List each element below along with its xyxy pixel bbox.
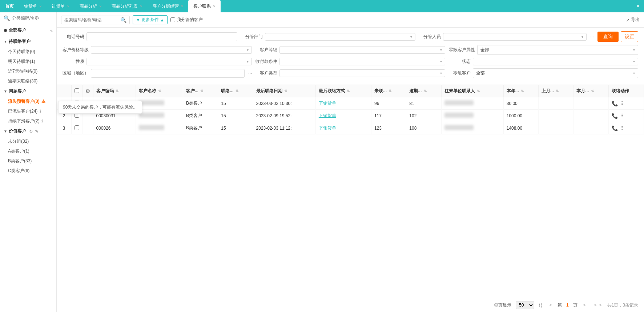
row-checkbox[interactable]	[75, 125, 79, 130]
action-more-icon[interactable]: ⠿	[620, 125, 624, 131]
sort-way-icon[interactable]: ⇅	[347, 89, 350, 93]
th-settings[interactable]: ⚙	[82, 85, 93, 97]
filter-customer-grade: 客户等级 ▾	[255, 46, 445, 54]
tab-goods-analysis-list[interactable]: 商品分析列表 ×	[106, 0, 147, 12]
sort-last-month-icon[interactable]: ⇅	[556, 89, 559, 93]
filter-price-grade-select[interactable]: ▾	[91, 46, 252, 54]
my-customers-checkbox[interactable]	[170, 17, 175, 22]
sort-not-contacted-icon[interactable]: ⇅	[389, 89, 391, 93]
export-btn[interactable]: ↗ 导出	[626, 17, 640, 23]
sidebar-item-churned[interactable]: 已流失客户(24) ℹ	[0, 106, 56, 116]
sidebar-item-ungrouped[interactable]: 未分组(32)	[0, 137, 56, 146]
filter-row-4: 区域（地区） ··· 客户类型 ▾ 零散客户 全部 ▾	[63, 68, 638, 78]
tab-goods-analysis-list-label: 商品分析列表	[112, 3, 138, 9]
tab-customer-segment-close[interactable]: ×	[181, 4, 183, 8]
sidebar-all-customers[interactable]: ⊞ 全部客户 «	[0, 24, 56, 36]
action-more-icon[interactable]: ⠿	[620, 113, 624, 119]
sort-date-icon[interactable]: ⇅	[284, 89, 287, 93]
more-conditions-btn[interactable]: ▼ 更多条件 ▲	[133, 15, 168, 24]
content-area: 🔍 ▼ 更多条件 ▲ 我分管的客户 ↗ 导出 电话号码	[57, 12, 644, 312]
query-btn[interactable]: 查询	[597, 32, 619, 42]
cell-last-contact-date: 2023-03-02 10:30:	[253, 97, 315, 110]
action-phone-icon[interactable]: 📞	[612, 125, 618, 131]
toolbar-search: 🔍	[61, 16, 130, 24]
filter-payment-terms-select[interactable]: ▾	[279, 58, 445, 65]
cell-last-contact-way[interactable]: 下销货单	[315, 122, 371, 134]
select-all-checkbox[interactable]	[75, 88, 79, 93]
cell-contact: 15	[218, 110, 253, 122]
contact-way-link[interactable]: 下销货单	[319, 113, 336, 118]
sort-contact-icon[interactable]: ⇅	[236, 89, 238, 93]
sidebar-group-problem[interactable]: ▼ 问题客户	[0, 86, 56, 97]
toolbar-search-btn[interactable]: 🔍	[120, 17, 126, 23]
sidebar-search-input[interactable]	[12, 16, 57, 21]
sidebar-item-7days-pending[interactable]: 近7天待联络(0)	[0, 66, 56, 76]
action-more-icon[interactable]: ⠿	[620, 101, 624, 106]
cell-checkbox[interactable]	[71, 122, 82, 134]
sidebar-item-class-a[interactable]: A类客户(1)	[0, 146, 56, 156]
sort-this-month-icon[interactable]: ⇅	[591, 89, 594, 93]
prev-page-btn[interactable]: ＜	[547, 301, 555, 309]
sidebar-item-today-pending[interactable]: 今天待联络(0)	[0, 47, 56, 57]
filter-phone-input[interactable]	[86, 32, 237, 41]
edit-icon[interactable]: ✎	[35, 129, 39, 134]
last-page-btn[interactable]: ＞＞	[591, 301, 604, 309]
settings-btn[interactable]: 设置	[621, 31, 638, 42]
tab-goods-analysis[interactable]: 商品分析 ×	[75, 0, 106, 12]
sidebar-item-class-c[interactable]: C类客户(6)	[0, 166, 56, 176]
contact-way-link[interactable]: 下销货单	[319, 125, 336, 130]
filter-customer-type-select[interactable]: ▾	[279, 69, 445, 77]
sort-name-icon[interactable]: ⇅	[158, 89, 161, 93]
refresh-icon[interactable]: ↻	[29, 129, 33, 134]
filter-sparse-attr-select[interactable]: 全部 ▾	[477, 45, 638, 55]
sidebar-group-pending[interactable]: ▼ 待联络客户	[0, 36, 56, 47]
filter-status-select[interactable]: ▾	[473, 58, 638, 65]
first-page-btn[interactable]: ⟨⟨	[537, 301, 544, 309]
table-settings-icon[interactable]: ⚙	[85, 88, 90, 94]
sidebar-item-class-b[interactable]: B类客户(33)	[0, 156, 56, 166]
page-size-select[interactable]: 50 100 200	[516, 301, 534, 309]
close-window-button[interactable]: ×	[636, 3, 644, 9]
tab-purchase[interactable]: 进货单 ×	[47, 0, 74, 12]
sort-overdue-icon[interactable]: ⇅	[424, 89, 427, 93]
cell-last-contact-way[interactable]: 下销货单	[315, 97, 371, 110]
cell-last-contact-way[interactable]: 下销货单	[315, 110, 371, 122]
chevron-down-icon-3: ▾	[247, 48, 249, 52]
filter-person-dots[interactable]: ···	[590, 34, 594, 39]
sidebar-item-overdue-pending[interactable]: 逾期未联络(30)	[0, 76, 56, 86]
action-phone-icon[interactable]: 📞	[612, 113, 618, 119]
sidebar-search-area: 🔍	[0, 12, 56, 24]
tab-goods-analysis-close[interactable]: ×	[99, 4, 101, 8]
filter-nature-select[interactable]: ▾	[86, 58, 252, 65]
filter-person-select[interactable]: ▾	[443, 33, 587, 41]
sidebar-group-value[interactable]: ▼ 价值客户 ↻ ✎	[0, 126, 56, 137]
tab-customer-contact-close[interactable]: ×	[213, 4, 215, 8]
my-customers-checkbox-label[interactable]: 我分管的客户	[170, 17, 203, 23]
filter-region-input[interactable]	[91, 69, 245, 78]
contact-way-link[interactable]: 下销货单	[319, 101, 336, 106]
tab-sales-close[interactable]: ×	[39, 4, 41, 8]
action-phone-icon[interactable]: 📞	[612, 101, 618, 106]
sort-type-icon[interactable]: ⇅	[200, 89, 203, 93]
tab-home[interactable]: 首页	[0, 0, 19, 12]
filter-row-1: 电话号码 分管部门 ▾ 分管人员 ▾ ···	[63, 31, 638, 42]
sidebar-item-churn-warning[interactable]: 流失预警客户(3) ⚠	[0, 97, 56, 106]
sort-code-icon[interactable]: ⇅	[116, 89, 118, 93]
filter-dept-select[interactable]: ▾	[265, 33, 416, 41]
sidebar-collapse-btn[interactable]: «	[50, 28, 53, 33]
sort-this-year-icon[interactable]: ⇅	[521, 89, 524, 93]
filter-customer-grade-select[interactable]: ▾	[279, 46, 445, 54]
filter-region-dots[interactable]: ···	[248, 71, 252, 76]
table-container: ⚙ 客户编码 ⇅ 客户名称 ⇅ 客户... ⇅ 联络... ⇅ 最后联络日期 ⇅…	[57, 85, 644, 298]
tab-customer-segment[interactable]: 客户分层经营 ×	[148, 0, 188, 12]
sort-unit-contact-icon[interactable]: ⇅	[477, 89, 480, 93]
tab-sales[interactable]: 销货单 ×	[19, 0, 47, 12]
tab-customer-contact[interactable]: 客户联系 ×	[188, 0, 220, 12]
next-page-btn[interactable]: ＞	[580, 301, 588, 309]
sidebar-item-tomorrow-pending[interactable]: 明天待联络(1)	[0, 57, 56, 66]
toolbar-search-input[interactable]	[64, 17, 119, 23]
sidebar-item-declining[interactable]: 持续下滑客户(2) ℹ	[0, 116, 56, 126]
tab-goods-analysis-list-close[interactable]: ×	[140, 4, 142, 8]
filter-sparse-customer-select[interactable]: 全部 ▾	[473, 68, 638, 78]
tab-purchase-close[interactable]: ×	[67, 4, 69, 8]
